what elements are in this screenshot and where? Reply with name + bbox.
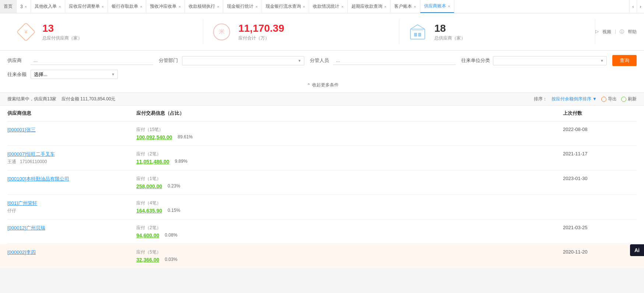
nav-tab-3-close[interactable]: × [25,4,27,9]
nav-tab-supplier-close[interactable]: × [448,4,450,8]
collapse-btn[interactable]: ⌃ 收起更多条件 [7,82,637,88]
nav-tab-customer[interactable]: 客户账本 × [391,0,420,13]
export-icon [601,97,606,102]
payable-amount-1[interactable]: 11,051,486.00 [136,159,169,165]
lastpay-cell-2: 2023-01-30 [563,176,637,181]
payable-info-3: 应付（4笔） 164,635.90 0.15% [136,200,563,214]
payable-amount-2[interactable]: 258,000.00 [136,183,162,189]
payable-row-2: 258,000.00 0.23% [136,183,563,189]
payable-amount-0[interactable]: 100,092,540.00 [136,134,172,140]
payable-info-1: 应付（2笔） 11,051,486.00 9.89% [136,151,563,165]
export-btn[interactable]: 导出 [601,96,617,102]
table-header: 供应商信息 应付交易信息（占比） 上次付数 [7,106,637,121]
nav-tab-cash-flow-close[interactable]: × [303,4,305,9]
supplier-link-1[interactable]: [000007]恒旺二手叉车 [7,151,136,158]
video-link[interactable]: 视频 [602,29,611,35]
nav-prev-arrow[interactable]: ‹ [629,0,637,13]
nav-tab-supplier-label: 供应商账本 [424,3,446,9]
supplier-link-3[interactable]: [001]广州荣轩 [7,200,136,207]
nav-tab-other-income-close[interactable]: × [59,4,61,9]
nav-tab-3[interactable]: 3 × [17,0,31,13]
nav-tab-cash-stat-close[interactable]: × [255,4,258,9]
nav-tab-adjust-label: 应收应付调整单 [69,3,100,10]
payable-info-4: 应付（2笔） 94,600.00 0.08% [136,225,563,238]
help-link[interactable]: 帮助 [628,29,637,35]
sort-selector[interactable]: 按应付余额倒序排序 ▼ [552,96,597,102]
payable-amount-4[interactable]: 94,600.00 [136,232,159,238]
nav-tab-cash-stat[interactable]: 现金银行统计 × [223,0,262,13]
nav-tab-supplier[interactable]: 供应商账本 × [420,0,454,13]
supplier-label: 供应商 [7,57,28,64]
payable-amount-5[interactable]: 32,366.00 [136,257,159,263]
nav-tab-overdue[interactable]: 超期应收款查询 × [348,0,391,13]
rice-icon: 米 [211,21,233,43]
supplier-link-4[interactable]: [000012]广州贝瑞 [7,225,136,231]
nav-tab-adjust-close[interactable]: × [102,4,104,9]
payable-suppliers-label: 总应付供应商（家） [42,35,82,41]
nav-tab-home[interactable]: 首页 [0,0,17,13]
nav-tab-collection-stat-label: 收款情况统计 [313,3,339,10]
payable-row-0: 100,092,540.00 89.61% [136,134,563,140]
dept-select[interactable] [182,56,305,65]
search-field-category: 往来单位分类 ▼ [461,56,607,65]
refresh-icon [621,97,626,102]
nav-tab-cash-flow[interactable]: 现金银行流水查询 × [262,0,309,13]
search-row-1: 供应商 分管部门 ▼ 分管人员 往来单位分类 ▼ [7,55,637,66]
category-label: 往来单位分类 [461,57,490,64]
summary-section: ¥ 13 总应付供应商（家） 米 11,170.39 应付合计（万） [0,13,644,51]
search-field-dept: 分管部门 ▼ [159,56,305,65]
nav-next-arrow[interactable]: › [637,0,644,13]
supplier-link-2[interactable]: [000100]本特勤油品有限公司 [7,176,136,182]
supplier-input[interactable] [31,56,153,65]
nav-tab-cash-stat-label: 现金银行统计 [227,3,253,10]
nav-tab-bank[interactable]: 银行存取款单 × [108,0,146,13]
balance-label: 往来余额 [7,71,28,78]
nav-tab-other-income-label: 其他收入单 [35,3,57,10]
svg-rect-6 [418,33,421,37]
nav-tab-collection-stat[interactable]: 收款情况统计 × [309,0,347,13]
nav-tab-other-income[interactable]: 其他收入单 × [31,0,65,13]
query-button[interactable]: 查询 [612,55,637,66]
supplier-link-0[interactable]: [000001]张三 [7,127,136,133]
nav-tab-adjust[interactable]: 应收应付调整单 × [65,0,108,13]
lastpay-cell-1: 2021-11-17 [563,151,637,156]
ai-button[interactable]: Ai [630,244,644,256]
table-row: [000001]张三 应付（15笔） 100,092,540.00 89.61%… [7,121,637,146]
balance-select[interactable]: 选择... [31,70,118,79]
payable-pct-5: 0.03% [165,257,177,262]
diamond-icon: ¥ [15,21,37,43]
nav-tab-customer-close[interactable]: × [414,4,416,9]
collapse-text: 收起更多条件 [312,82,339,88]
supplier-contact-1: 王通 17106110000 [7,159,136,165]
nav-tab-home-label: 首页 [4,3,13,10]
svg-text:¥: ¥ [24,29,27,35]
person-input[interactable] [333,56,456,65]
category-select[interactable] [493,56,607,65]
nav-tab-prepay[interactable]: 预收冲应收单 × [146,0,185,13]
nav-tab-overdue-label: 超期应收款查询 [351,3,382,10]
nav-tab-overdue-close[interactable]: × [384,4,386,9]
payable-row-3: 164,635.90 0.15% [136,207,563,214]
payable-label-2: 应付（1笔） [136,176,161,181]
supplier-cell-2: [000100]本特勤油品有限公司 [7,176,136,182]
lastpay-date-0: 2022-08-08 [563,127,588,132]
payable-row-1: 11,051,486.00 9.89% [136,158,563,165]
shop-icon [407,21,429,43]
nav-tab-collection-close[interactable]: × [217,4,219,9]
nav-tab-prepay-close[interactable]: × [178,4,181,9]
payable-row-5: 32,366.00 0.03% [136,256,563,263]
table-row: [000012]广州贝瑞 应付（2笔） 94,600.00 0.08% 2021… [7,220,637,244]
video-icon: ▷ [595,29,599,35]
supplier-cell-5: [000002]李四 [7,249,136,256]
payable-amount-3[interactable]: 164,635.90 [136,208,162,214]
nav-tab-prepay-label: 预收冲应收单 [150,3,176,10]
summary-card-payable-suppliers: ¥ 13 总应付供应商（家） [7,19,203,45]
refresh-btn[interactable]: 刷新 [621,96,637,102]
nav-tab-collection-stat-close[interactable]: × [341,4,343,9]
nav-tab-collection[interactable]: 收款核销执行 × [185,0,223,13]
search-field-person: 分管人员 [310,56,456,65]
result-info-prefix: 搜索结果中，供应商13家 [7,96,56,101]
nav-tab-bank-close[interactable]: × [140,4,142,9]
help-links: ▷ 视频 | ⓘ 帮助 [595,29,637,35]
supplier-link-5[interactable]: [000002]李四 [7,249,136,256]
